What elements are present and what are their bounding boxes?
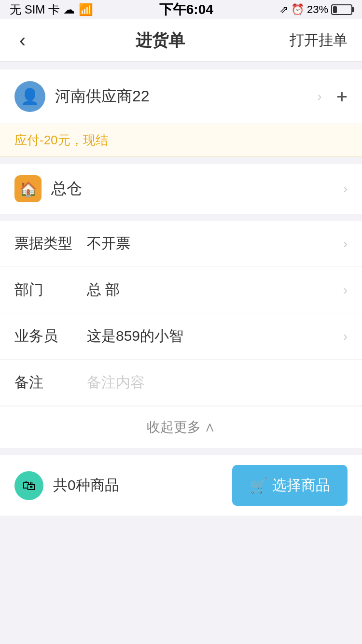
warehouse-row[interactable]: 🏠 总仓 › — [0, 164, 362, 214]
salesman-chevron-icon: › — [343, 329, 348, 344]
collapse-row[interactable]: 收起更多 ∧ — [0, 406, 362, 448]
divider-1 — [0, 157, 362, 164]
select-icon: 🛒 — [250, 477, 267, 494]
alert-row: 应付-20元，现结 — [0, 124, 362, 157]
back-button[interactable]: ‹ — [14, 25, 30, 56]
location-icon: ⇗ — [279, 3, 288, 16]
remark-row[interactable]: 备注 备注内容 — [0, 360, 362, 406]
product-icon: 🛍 — [22, 477, 36, 493]
top-divider — [0, 62, 362, 70]
dept-value: 总 部 — [82, 280, 343, 300]
collapse-label: 收起更多 ∧ — [147, 418, 216, 436]
avatar-icon: 👤 — [20, 87, 40, 106]
product-icon-bg: 🛍 — [14, 471, 43, 500]
wifi-icon: 📶 — [79, 3, 93, 16]
supplier-row[interactable]: 👤 河南供应商22 › + — [0, 70, 362, 124]
supplier-section: 👤 河南供应商22 › + 应付-20元，现结 — [0, 70, 362, 157]
warehouse-icon: 🏠 — [19, 181, 37, 197]
invoice-label: 票据类型 — [14, 234, 82, 253]
battery-percent: 23% — [307, 3, 328, 16]
salesman-value: 这是859的小智 — [82, 326, 343, 346]
dept-chevron-icon: › — [343, 282, 348, 298]
battery-icon — [331, 4, 352, 15]
select-btn-label: 选择商品 — [272, 476, 330, 495]
bottom-bar: 🛍 共0种商品 🛒 选择商品 — [0, 455, 362, 516]
invoice-chevron-icon: › — [343, 236, 348, 252]
form-section: 票据类型 不开票 › 部门 总 部 › 业务员 这是859的小智 › 备注 备注… — [0, 221, 362, 448]
alarm-icon: ⏰ — [291, 3, 304, 16]
product-count: 共0种商品 — [53, 476, 232, 495]
remark-label: 备注 — [14, 373, 82, 392]
status-bar: 无 SIM 卡 ☁ 📶 下午6:04 ⇗ ⏰ 23% — [0, 0, 362, 19]
status-left: 无 SIM 卡 ☁ 📶 — [10, 2, 93, 17]
salesman-row[interactable]: 业务员 这是859的小智 › — [0, 313, 362, 360]
status-right: ⇗ ⏰ 23% — [279, 3, 352, 16]
remark-placeholder: 备注内容 — [82, 373, 348, 392]
warehouse-label: 总仓 — [51, 178, 343, 199]
open-pending-button[interactable]: 打开挂单 — [290, 30, 348, 50]
nav-bar: ‹ 进货单 打开挂单 — [0, 19, 362, 62]
status-time: 下午6:04 — [159, 0, 213, 19]
warehouse-section: 🏠 总仓 › — [0, 164, 362, 214]
dept-label: 部门 — [14, 280, 82, 300]
supplier-add-button[interactable]: + — [336, 86, 348, 108]
warehouse-chevron-icon: › — [343, 181, 348, 196]
invoice-row[interactable]: 票据类型 不开票 › — [0, 221, 362, 267]
warehouse-icon-bg: 🏠 — [14, 175, 42, 202]
page-title: 进货单 — [136, 29, 185, 52]
alert-text: 应付-20元，现结 — [14, 133, 108, 147]
supplier-avatar: 👤 — [14, 81, 45, 112]
supplier-name: 河南供应商22 — [55, 86, 317, 107]
sim-status: 无 SIM 卡 ☁ — [10, 2, 75, 17]
salesman-label: 业务员 — [14, 326, 82, 346]
dept-row[interactable]: 部门 总 部 › — [0, 267, 362, 313]
supplier-chevron-icon: › — [317, 89, 321, 104]
select-product-button[interactable]: 🛒 选择商品 — [232, 465, 348, 506]
invoice-value: 不开票 — [82, 234, 343, 253]
